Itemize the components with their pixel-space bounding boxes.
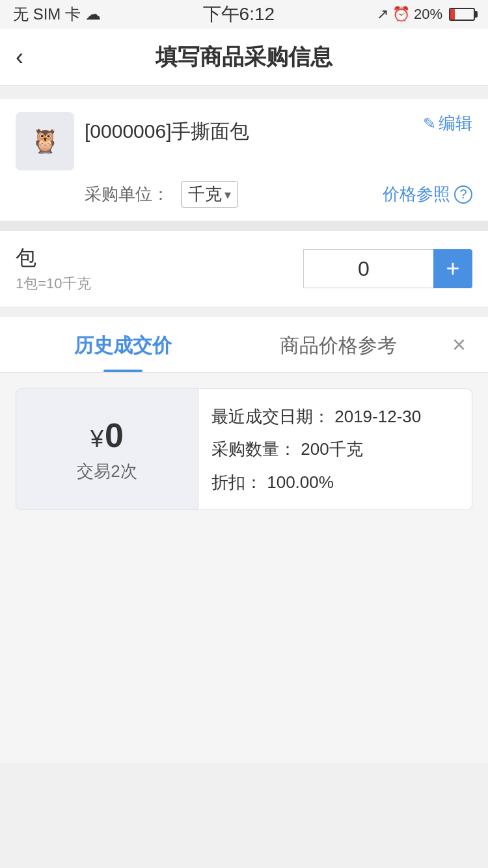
status-bar: 无 SIM 卡 ☁ 下午6:12 ↗ ⏰ 20% <box>0 0 488 29</box>
discount-label: 折扣： <box>211 472 262 492</box>
product-header: 🦉 [0000006]手撕面包 ✎ 编辑 <box>16 112 472 170</box>
page-title: 填写商品采购信息 <box>156 42 332 72</box>
quantity-input[interactable] <box>303 249 433 288</box>
price-ref-button[interactable]: 价格参照 ? <box>383 183 472 206</box>
product-thumbnail: 🦉 <box>16 112 74 170</box>
discount-value: 100.00% <box>267 472 334 492</box>
back-button[interactable]: ‹ <box>16 44 23 71</box>
history-section: ¥0 交易2次 最近成交日期： 2019-12-30 采购数量： 200千克 折… <box>0 373 488 763</box>
qty-label-wrap: 包 1包=10千克 <box>16 244 91 293</box>
history-card-details: 最近成交日期： 2019-12-30 采购数量： 200千克 折扣： 100.0… <box>198 389 472 509</box>
edit-button[interactable]: ✎ 编辑 <box>423 112 472 135</box>
edit-icon: ✎ <box>423 115 436 133</box>
recent-date-label: 最近成交日期： <box>211 407 330 426</box>
purchase-qty-line: 采购数量： 200千克 <box>211 437 459 461</box>
purchase-qty-label: 采购数量： <box>211 439 296 459</box>
quantity-row: 包 1包=10千克 + <box>0 231 488 306</box>
qty-input-wrap: + <box>303 249 472 288</box>
qty-unit-label: 包 <box>16 244 91 273</box>
sim-text: 无 SIM 卡 ☁ <box>13 4 101 25</box>
unit-label: 采购单位： <box>85 184 169 204</box>
tabs-inner: 历史成交价 商品价格参考 <box>16 317 446 372</box>
history-card: ¥0 交易2次 最近成交日期： 2019-12-30 采购数量： 200千克 折… <box>16 388 472 510</box>
nav-bar: ‹ 填写商品采购信息 <box>0 29 488 86</box>
product-logo-icon: 🦉 <box>31 128 60 155</box>
quantity-plus-button[interactable]: + <box>433 249 472 288</box>
product-left: 🦉 [0000006]手撕面包 <box>16 112 249 170</box>
unit-section: 采购单位： 千克 ▾ <box>85 181 238 208</box>
recent-date-value: 2019-12-30 <box>334 407 421 426</box>
status-right: ↗ ⏰ 20% <box>377 6 475 23</box>
trade-count: 交易2次 <box>77 460 137 483</box>
dropdown-arrow-icon: ▾ <box>224 187 231 202</box>
product-card: 🦉 [0000006]手撕面包 ✎ 编辑 采购单位： 千克 ▾ 价格参照 ? <box>0 99 488 221</box>
battery-icon <box>449 8 475 21</box>
tab-price-reference[interactable]: 商品价格参考 <box>230 317 445 372</box>
history-card-price: ¥0 交易2次 <box>16 389 198 509</box>
currency-symbol: ¥ <box>90 426 103 452</box>
product-bottom: 采购单位： 千克 ▾ 价格参照 ? <box>16 181 472 208</box>
section-divider <box>0 221 488 231</box>
product-name: [0000006]手撕面包 <box>85 118 249 145</box>
help-icon: ? <box>454 185 472 204</box>
purchase-qty-value: 200千克 <box>301 439 362 459</box>
price-display: ¥0 <box>90 416 124 455</box>
direction-icon: ↗ <box>377 6 388 23</box>
unit-value: 千克 <box>188 183 222 206</box>
discount-line: 折扣： 100.00% <box>211 470 459 494</box>
battery-percent: 20% <box>414 6 442 23</box>
battery-fill <box>450 9 455 20</box>
tab-history-price[interactable]: 历史成交价 <box>16 317 230 372</box>
close-button[interactable]: × <box>446 325 472 365</box>
alarm-icon: ⏰ <box>392 6 410 23</box>
status-time: 下午6:12 <box>203 2 275 27</box>
recent-date-line: 最近成交日期： 2019-12-30 <box>211 405 459 428</box>
qty-conversion-label: 1包=10千克 <box>16 274 91 293</box>
tabs-container: 历史成交价 商品价格参考 × <box>0 317 488 373</box>
status-left: 无 SIM 卡 ☁ <box>13 4 101 25</box>
unit-badge[interactable]: 千克 ▾ <box>181 181 238 208</box>
